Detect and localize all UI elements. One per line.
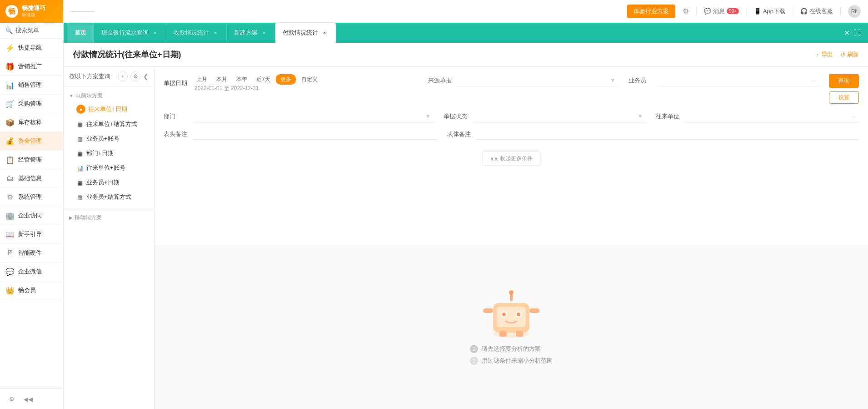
date-this-year[interactable]: 本年 (233, 74, 251, 85)
tab-bank[interactable]: 现金银行流水查询 × (94, 23, 166, 43)
partner-select[interactable]: ··· (685, 110, 859, 122)
purchase-icon: 🛒 (5, 99, 15, 108)
date-last-month[interactable]: 上月 (193, 74, 211, 85)
main-area: ———— 体验行业方案 ⚙ 💬 消息 99+ 📱 App下载 🎧 在线客服 (64, 0, 868, 409)
settings-icon[interactable]: ⚙ (683, 7, 689, 15)
doc-status-select[interactable]: ▼ (473, 110, 647, 122)
scheme-item-staff-date[interactable]: ▦ 业务员+日期 (64, 175, 154, 190)
scheme-collapse-btn[interactable]: ❮ (143, 73, 149, 80)
source-label: 来源单据 (428, 76, 454, 85)
sidebar-settings-btn[interactable]: ⚙ (5, 393, 18, 405)
head-note-field: 表头备注 (164, 129, 438, 140)
table-icon-1: ▦ (76, 121, 84, 128)
guide-icon: 📖 (5, 230, 15, 239)
svg-rect-11 (499, 331, 507, 337)
sidebar-item-nav[interactable]: ⚡ 快捷导航 (0, 39, 63, 57)
refresh-btn[interactable]: ↺ 刷新 (840, 50, 859, 59)
tab-new-scheme[interactable]: 新建方案 × (227, 23, 275, 43)
scheme-item-partner-settle[interactable]: ▦ 往来单位+结算方式 (64, 117, 154, 131)
sidebar-item-purchase[interactable]: 🛒 采购管理 (0, 95, 63, 113)
tab-receipt-close[interactable]: × (212, 29, 219, 36)
sidebar-item-search[interactable]: 🔍 搜索菜单 (0, 23, 63, 39)
sidebar-item-operation[interactable]: 📋 经营管理 (0, 151, 63, 169)
desktop-scheme-section: ▼ 电脑端方案 ● 往来单位+日期 ▦ 往来单位+结算方式 ▦ 业务员+账号 (64, 86, 154, 208)
scheme-item-staff-account[interactable]: ▦ 业务员+账号 (64, 131, 154, 146)
sidebar-item-guide[interactable]: 📖 新手引导 (0, 225, 63, 244)
staff-arrow: ··· (811, 77, 816, 84)
scheme-item-partner-date[interactable]: ● 往来单位+日期 (64, 101, 154, 117)
tab-new-scheme-close[interactable]: × (260, 29, 268, 36)
partner-value (688, 112, 694, 120)
page-header-actions: ↑ 导出 ↺ 刷新 (817, 50, 859, 59)
body-note-label: 表体备注 (447, 130, 473, 138)
head-note-input[interactable] (193, 129, 438, 140)
tab-close-all-btn[interactable]: ✕ (844, 29, 850, 37)
tab-receipt[interactable]: 收款情况统计 × (166, 23, 227, 43)
tab-home[interactable]: 首页 (67, 23, 94, 43)
table-icon-5: ▦ (76, 193, 84, 201)
body-note-input[interactable] (476, 129, 859, 140)
trial-btn[interactable]: 体验行业方案 (627, 5, 675, 18)
date-last-7[interactable]: 近7天 (253, 74, 274, 85)
source-select[interactable]: ▼ (457, 74, 619, 86)
collapse-more-btn[interactable]: ∧∧ 收起更多条件 (482, 151, 540, 166)
mobile-scheme-section: ▶ 移动端方案 (64, 208, 154, 227)
date-this-month[interactable]: 本月 (213, 74, 231, 85)
tab-payment[interactable]: 付款情况统计 × (275, 23, 336, 43)
sidebar-item-marketing[interactable]: 🎁 营销推广 (0, 57, 63, 76)
sidebar-item-enterprise[interactable]: 🏢 企业协同 (0, 207, 63, 225)
scheme-item-partner-settle-label: 往来单位+结算方式 (86, 120, 137, 128)
date-field: 单据日期 上月 本月 本年 近7天 更多 自定义 20 (164, 74, 419, 92)
message-btn[interactable]: 💬 消息 99+ (704, 7, 739, 15)
logo-area: 畅捷通巧 标准版 (22, 5, 45, 18)
sidebar-item-inventory[interactable]: 📦 库存核算 (0, 113, 63, 132)
sidebar-search-label: 搜索菜单 (15, 26, 39, 35)
dept-select[interactable]: ▼ (193, 110, 434, 122)
online-service-btn[interactable]: 🎧 在线客服 (800, 7, 833, 15)
tab-payment-close[interactable]: × (321, 29, 328, 36)
search-icon: 🔍 (5, 27, 13, 34)
scheme-panel: 按以下方案查询 + ⚙ ❮ ▼ 电脑端方案 ● 往来单位+日期 (64, 67, 155, 409)
doc-status-arrow: ▼ (637, 113, 643, 120)
scheme-item-partner-date-label: 往来单位+日期 (88, 105, 127, 113)
filter-settings-btn[interactable]: 设置 (829, 91, 859, 104)
right-panel: 单据日期 上月 本月 本年 近7天 更多 自定义 20 (155, 67, 868, 409)
sidebar-item-sales[interactable]: 📊 销售管理 (0, 76, 63, 95)
sidebar-item-weixin[interactable]: 💬 企业微信 (0, 263, 63, 281)
sidebar-item-member[interactable]: 👑 畅会员 (0, 281, 63, 300)
desktop-section-title[interactable]: ▼ 电脑端方案 (64, 90, 154, 101)
doc-status-field: 单据状态 ▼ (444, 110, 647, 122)
date-options: 上月 本月 本年 近7天 更多 自定义 (193, 74, 419, 85)
sidebar-collapse-btn[interactable]: ◀◀ (22, 393, 35, 405)
desktop-section-label: 电脑端方案 (75, 92, 103, 100)
trial-btn-label[interactable]: 体验行业方案 (627, 5, 675, 18)
svg-point-2 (509, 290, 514, 295)
scheme-item-dept-date[interactable]: ▦ 部门+日期 (64, 146, 154, 161)
scheme-add-btn[interactable]: + (118, 71, 128, 81)
sidebar-item-basic[interactable]: 🗂 基础信息 (0, 169, 63, 188)
mobile-section-title[interactable]: ▶ 移动端方案 (64, 212, 154, 223)
sidebar-item-capital[interactable]: 💰 资金管理 (0, 132, 63, 151)
marketing-icon: 🎁 (5, 62, 15, 71)
query-btn[interactable]: 查询 (829, 74, 859, 88)
app-download-btn[interactable]: 📱 App下载 (754, 7, 785, 15)
tab-fullscreen-btn[interactable]: ⛶ (853, 29, 861, 37)
enterprise-icon: 🏢 (5, 211, 15, 220)
date-custom[interactable]: 自定义 (298, 74, 321, 85)
scheme-item-partner-account[interactable]: 📊 往来单位+账号 (64, 161, 154, 175)
sidebar-item-hardware[interactable]: 🖥 智能硬件 (0, 244, 63, 263)
user-avatar[interactable]: Rit (848, 5, 861, 18)
staff-select[interactable]: ··· (658, 74, 820, 86)
sidebar-item-system[interactable]: ⚙ 系统管理 (0, 188, 63, 207)
capital-icon: 💰 (5, 136, 15, 146)
partner-arrow: ··· (850, 113, 855, 120)
date-more[interactable]: 更多 (276, 74, 296, 85)
inventory-icon: 📦 (5, 118, 15, 127)
empty-illustration (479, 289, 543, 339)
tab-bank-close[interactable]: × (151, 29, 159, 36)
scheme-item-staff-settle[interactable]: ▦ 业务员+结算方式 (64, 190, 154, 204)
dept-value (196, 112, 202, 120)
hint-num-1: 1 (470, 345, 478, 353)
scheme-settings-btn[interactable]: ⚙ (130, 71, 140, 81)
export-btn[interactable]: ↑ 导出 (817, 50, 833, 59)
